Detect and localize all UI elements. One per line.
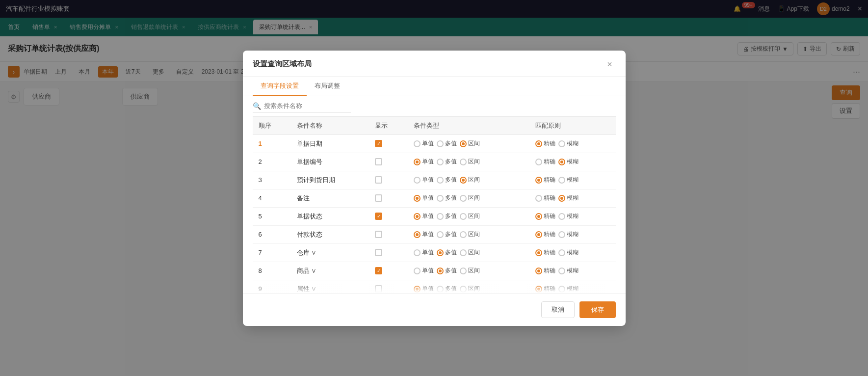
- radio-label: 单值: [422, 139, 434, 148]
- radio-label: 多值: [445, 139, 457, 148]
- radio-dot: [558, 177, 565, 184]
- type-radio-item[interactable]: 多值: [437, 285, 457, 293]
- display-checkbox[interactable]: [375, 140, 382, 147]
- col-order: 顺序: [253, 116, 291, 134]
- display-checkbox[interactable]: [375, 249, 382, 256]
- match-radio-item[interactable]: 模糊: [558, 230, 579, 239]
- type-radio-item[interactable]: 区间: [460, 267, 480, 275]
- type-radio-item[interactable]: 单值: [414, 248, 434, 257]
- display-checkbox[interactable]: [375, 213, 382, 220]
- match-radio-item[interactable]: 模糊: [558, 267, 579, 275]
- match-radio-item[interactable]: 精确: [535, 139, 555, 148]
- tab-layout-adjust[interactable]: 布局调整: [307, 77, 348, 96]
- row-order: 2: [253, 153, 291, 171]
- radio-label: 模糊: [567, 230, 579, 239]
- type-radio-item[interactable]: 多值: [437, 212, 457, 220]
- match-radio-item[interactable]: 模糊: [558, 212, 579, 220]
- display-checkbox[interactable]: [375, 194, 382, 202]
- display-checkbox[interactable]: [375, 231, 382, 238]
- match-radio-item[interactable]: 模糊: [558, 158, 579, 166]
- match-radio-item[interactable]: 精确: [535, 212, 555, 220]
- radio-label: 单值: [422, 230, 434, 239]
- dialog-overlay: 设置查询区域布局 × 查询字段设置 布局调整 🔍: [0, 0, 868, 376]
- display-checkbox[interactable]: [375, 285, 382, 293]
- table-row: 6付款状态单值多值区间精确模糊: [253, 225, 616, 243]
- match-radio-item[interactable]: 模糊: [558, 194, 579, 202]
- radio-dot: [535, 195, 542, 202]
- radio-label: 精确: [544, 230, 555, 239]
- type-radio-item[interactable]: 单值: [414, 212, 434, 220]
- match-radio-item[interactable]: 精确: [535, 194, 555, 202]
- type-radio-group: 单值多值区间: [414, 194, 524, 202]
- type-radio-item[interactable]: 单值: [414, 139, 434, 148]
- match-radio-item[interactable]: 模糊: [558, 285, 579, 293]
- type-radio-item[interactable]: 多值: [437, 139, 457, 148]
- type-radio-group: 单值多值区间: [414, 248, 524, 257]
- match-radio-item[interactable]: 精确: [535, 176, 555, 184]
- table-head: 顺序 条件名称 显示 条件类型 匹配原则: [253, 116, 616, 134]
- match-radio-item[interactable]: 精确: [535, 285, 555, 293]
- radio-label: 区间: [468, 285, 480, 293]
- radio-dot: [535, 159, 542, 165]
- match-radio-item[interactable]: 模糊: [558, 139, 579, 148]
- type-radio-item[interactable]: 多值: [437, 230, 457, 239]
- type-radio-item[interactable]: 多值: [437, 248, 457, 257]
- type-radio-item[interactable]: 多值: [437, 176, 457, 184]
- search-icon: 🔍: [253, 102, 261, 110]
- type-radio-item[interactable]: 单值: [414, 194, 434, 202]
- match-radio-item[interactable]: 精确: [535, 158, 555, 166]
- type-radio-item[interactable]: 区间: [460, 230, 480, 239]
- type-radio-item[interactable]: 多值: [437, 267, 457, 275]
- radio-label: 精确: [544, 158, 555, 166]
- dialog-footer: 取消 保存: [243, 293, 626, 326]
- type-radio-item[interactable]: 单值: [414, 176, 434, 184]
- radio-label: 区间: [468, 267, 480, 275]
- radio-label: 区间: [468, 230, 480, 239]
- tab-query-fields[interactable]: 查询字段设置: [253, 77, 307, 96]
- type-radio-item[interactable]: 单值: [414, 230, 434, 239]
- match-radio-item[interactable]: 精确: [535, 267, 555, 275]
- type-radio-item[interactable]: 区间: [460, 285, 480, 293]
- search-input[interactable]: [264, 102, 342, 109]
- type-radio-item[interactable]: 区间: [460, 158, 480, 166]
- dialog-close-button[interactable]: ×: [604, 58, 616, 70]
- radio-dot: [414, 159, 421, 165]
- radio-dot: [437, 159, 444, 165]
- save-button[interactable]: 保存: [579, 301, 616, 318]
- radio-dot: [460, 140, 467, 147]
- type-radio-item[interactable]: 单值: [414, 158, 434, 166]
- type-radio-item[interactable]: 区间: [460, 139, 480, 148]
- radio-label: 模糊: [567, 158, 579, 166]
- display-checkbox[interactable]: [375, 158, 382, 165]
- dialog-header: 设置查询区域布局 ×: [243, 51, 626, 77]
- type-radio-item[interactable]: 区间: [460, 248, 480, 257]
- type-radio-item[interactable]: 区间: [460, 176, 480, 184]
- type-radio-item[interactable]: 单值: [414, 267, 434, 275]
- type-radio-item[interactable]: 多值: [437, 158, 457, 166]
- type-radio-item[interactable]: 区间: [460, 212, 480, 220]
- match-radio-item[interactable]: 精确: [535, 248, 555, 257]
- conditions-tbody: 1单据日期单值多值区间精确模糊2单据编号单值多值区间精确模糊3预计到货日期单值多…: [253, 134, 616, 293]
- radio-dot: [414, 249, 421, 256]
- radio-dot: [437, 213, 444, 220]
- match-radio-item[interactable]: 模糊: [558, 176, 579, 184]
- cancel-button[interactable]: 取消: [541, 301, 575, 318]
- type-radio-item[interactable]: 区间: [460, 194, 480, 202]
- radio-dot: [414, 177, 421, 184]
- radio-label: 区间: [468, 158, 480, 166]
- type-radio-item[interactable]: 单值: [414, 285, 434, 293]
- radio-label: 单值: [422, 285, 434, 293]
- col-type: 条件类型: [408, 116, 530, 134]
- display-checkbox[interactable]: [375, 176, 382, 184]
- radio-dot: [558, 268, 565, 274]
- display-checkbox[interactable]: [375, 267, 382, 274]
- type-radio-group: 单值多值区间: [414, 158, 524, 166]
- match-radio-group: 精确模糊: [535, 194, 609, 202]
- match-radio-item[interactable]: 精确: [535, 230, 555, 239]
- radio-label: 模糊: [567, 267, 579, 275]
- conditions-table-scroll[interactable]: 顺序 条件名称 显示 条件类型 匹配原则 1单据日期单值多值区间精确模糊2单据编…: [243, 116, 626, 293]
- row-display-checkbox: [369, 153, 407, 171]
- match-radio-item[interactable]: 模糊: [558, 248, 579, 257]
- type-radio-item[interactable]: 多值: [437, 194, 457, 202]
- radio-dot: [558, 286, 565, 293]
